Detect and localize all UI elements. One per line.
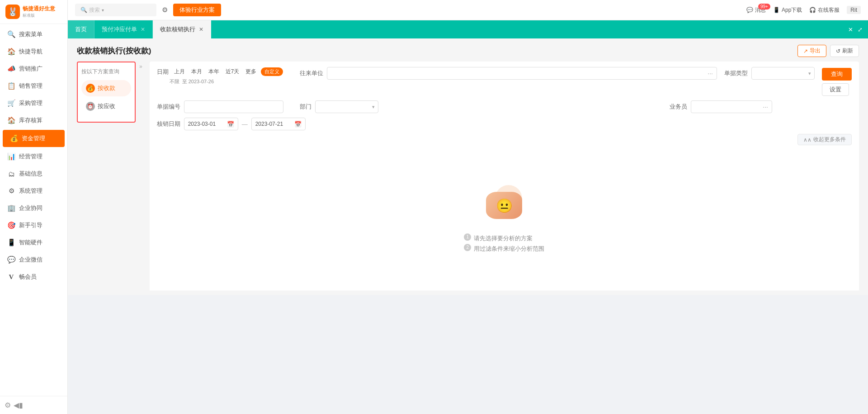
basic-nav-icon: 🗂	[7, 170, 15, 178]
collapse-up-icon: ∧∧	[803, 137, 811, 143]
calendar-start-icon[interactable]: 📅	[227, 121, 234, 128]
verify-date-label: 核销日期	[157, 120, 180, 128]
guide-nav-icon: 🎯	[7, 221, 15, 229]
sidebar-item-sales[interactable]: 📋 销售管理	[0, 77, 67, 95]
message-badge: 99+	[758, 4, 770, 10]
date-tab-last-month[interactable]: 上月	[172, 67, 187, 76]
sidebar-item-system[interactable]: ⚙ 系统管理	[0, 182, 67, 200]
date-range-dash: —	[242, 121, 248, 128]
wechat-nav-icon: 💬	[7, 256, 15, 264]
doc-type-select[interactable]	[751, 67, 815, 80]
date-tab-7days[interactable]: 近7天	[224, 67, 241, 76]
tab-close-prepay[interactable]: ✕	[141, 26, 145, 33]
enterprise-nav-icon: 🏢	[7, 204, 15, 212]
member-nav-icon: V	[7, 273, 15, 281]
main-area: 🔍 搜索 ▾ ⚙ 体验行业方案 💬 消息 99+ 📱 App下载 🎧 在线客服 …	[68, 0, 868, 414]
date-to-text: 至 2023-07-26	[182, 78, 214, 85]
filter-option-receivable[interactable]: ⏰ 按应收	[81, 98, 131, 114]
counterpart-input[interactable]	[331, 70, 708, 76]
topbar-gear-icon[interactable]: ⚙	[162, 6, 168, 14]
date-tab-this-year[interactable]: 本年	[207, 67, 221, 76]
dept-select[interactable]	[315, 100, 378, 113]
date-tab-this-month[interactable]: 本月	[189, 67, 204, 76]
dept-select-wrap	[315, 100, 378, 113]
collapse-more-btn[interactable]: ∧∧ 收起更多条件	[797, 134, 852, 145]
sidebar-item-wechat[interactable]: 💬 企业微信	[0, 251, 67, 268]
industry-btn[interactable]: 体验行业方案	[173, 4, 221, 16]
refresh-button[interactable]: ↺ 刷新	[830, 45, 859, 57]
search-placeholder-text: 🔍	[80, 7, 87, 13]
topbar-search[interactable]: 🔍 搜索 ▾	[75, 4, 156, 16]
settings-button[interactable]: 设置	[822, 83, 849, 96]
logo-icon: 🐰	[5, 5, 20, 19]
counterpart-more-icon[interactable]: ···	[708, 70, 713, 77]
hardware-nav-icon: 📱	[7, 238, 15, 247]
tab-fullscreen-icon[interactable]: ⤢	[858, 26, 863, 33]
sidebar-item-member[interactable]: V 畅会员	[0, 268, 67, 286]
filter-panel-collapse[interactable]: »	[137, 62, 144, 71]
doc-type-select-wrap	[751, 67, 815, 80]
export-button[interactable]: ↗ 导出	[797, 45, 826, 57]
topbar-app-download[interactable]: 📱 App下载	[773, 6, 802, 14]
sidebar-bottom: ⚙ ◀▮	[0, 396, 67, 414]
tab-collect[interactable]: 收款核销执行 ✕	[153, 20, 211, 38]
counterpart-label: 往来单位	[300, 69, 323, 77]
date-nolimit-text: 不限	[170, 78, 179, 85]
sidebar-item-finance[interactable]: 💰 资金管理	[3, 130, 65, 147]
export-icon: ↗	[803, 48, 808, 54]
quick-nav-icon: 🏠	[7, 48, 15, 56]
page-header: 收款核销执行(按收款) ↗ 导出 ↺ 刷新	[68, 38, 868, 62]
date-label: 日期	[157, 68, 169, 76]
doc-num-input[interactable]	[184, 100, 283, 113]
verify-date-start[interactable]: 2023-03-01 📅	[184, 118, 238, 130]
search-text: 搜索	[89, 6, 100, 14]
search-dropdown-icon[interactable]: ▾	[102, 8, 104, 13]
topbar-service[interactable]: 🎧 在线客服	[809, 6, 840, 14]
sidebar-item-basic[interactable]: 🗂 基础信息	[0, 165, 67, 182]
sidebar: 🐰 畅捷通好生意 标准版 🔍 搜索菜单 🏠 快捷导航 📣 营销推广 📋 销售管理…	[0, 0, 68, 414]
tab-close-all-icon[interactable]: ✕	[848, 26, 853, 33]
purchase-nav-icon: 🛒	[7, 99, 15, 107]
empty-face-icon: 😐	[496, 198, 513, 214]
empty-illustration: 😐	[481, 185, 527, 226]
empty-tip-1: 1 请先选择要分析的方案	[464, 233, 544, 243]
tabbar: 首页 预付冲应付单 ✕ 收款核销执行 ✕ ✕ ⤢	[68, 20, 868, 38]
topbar-user[interactable]: Rit	[847, 6, 861, 14]
staff-input[interactable]	[695, 104, 763, 110]
date-tab-more[interactable]: 更多	[244, 67, 258, 76]
marketing-nav-icon: 📣	[7, 65, 15, 73]
topbar-message[interactable]: 💬 消息 99+	[746, 6, 766, 14]
verify-date-end[interactable]: 2023-07-21 📅	[251, 118, 306, 130]
settings-bottom-icon[interactable]: ⚙	[5, 401, 11, 409]
receipt-option-icon: 💰	[86, 84, 95, 93]
sidebar-item-quick[interactable]: 🏠 快捷导航	[0, 43, 67, 60]
sidebar-item-operation[interactable]: 📊 经营管理	[0, 148, 67, 165]
refresh-icon: ↺	[836, 48, 840, 54]
sidebar-item-enterprise[interactable]: 🏢 企业协同	[0, 200, 67, 217]
filter-area: 按以下方案查询 💰 按收款 ⏰ 按应收 »	[68, 62, 868, 295]
collapse-sidebar-icon[interactable]: ◀▮	[14, 401, 23, 409]
sidebar-item-marketing[interactable]: 📣 营销推广	[0, 60, 67, 77]
doc-num-label: 单据编号	[157, 103, 180, 111]
staff-label: 业务员	[670, 103, 687, 111]
verify-date-range: 2023-03-01 📅 — 2023-07-21 📅	[184, 118, 306, 130]
tab-home[interactable]: 首页	[68, 20, 94, 38]
tab-close-collect[interactable]: ✕	[199, 26, 203, 33]
system-nav-icon: ⚙	[7, 187, 15, 195]
sidebar-item-guide[interactable]: 🎯 新手引导	[0, 217, 67, 234]
date-tab-custom[interactable]: 自定义	[261, 67, 283, 76]
filter-panel-title: 按以下方案查询	[81, 68, 131, 76]
calendar-end-icon[interactable]: 📅	[294, 121, 302, 128]
filter-left-panel: 按以下方案查询 💰 按收款 ⏰ 按应收	[77, 62, 136, 123]
sidebar-item-search[interactable]: 🔍 搜索菜单	[0, 26, 67, 43]
app-logo: 🐰 畅捷通好生意 标准版	[0, 0, 67, 24]
staff-more-icon[interactable]: ···	[763, 103, 768, 110]
sidebar-item-purchase[interactable]: 🛒 采购管理	[0, 95, 67, 112]
finance-nav-icon: 💰	[10, 134, 18, 143]
filter-option-receipt[interactable]: 💰 按收款	[81, 80, 131, 96]
query-button[interactable]: 查询	[822, 68, 852, 81]
sidebar-item-inventory[interactable]: 🏠 库存核算	[0, 112, 67, 129]
tab-prepay[interactable]: 预付冲应付单 ✕	[94, 20, 153, 38]
sidebar-item-hardware[interactable]: 📱 智能硬件	[0, 234, 67, 251]
tabbar-controls: ✕ ⤢	[843, 20, 868, 38]
